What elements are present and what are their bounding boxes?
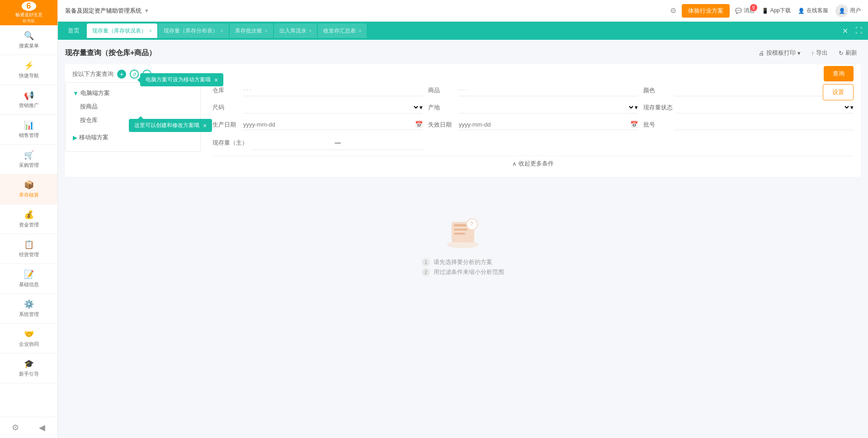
tab-flow[interactable]: 出入库流水 × — [274, 24, 317, 38]
tip-num-1: 1 — [422, 258, 430, 266]
sidebar-nav: 🔍 搜索菜单 ⚡ 快捷导航 📢 营销推广 📊 销售管理 🛒 采购管理 📦 库存核… — [0, 25, 57, 417]
system-name-dropdown-icon[interactable]: ▾ — [145, 7, 148, 14]
prod-date-input[interactable] — [243, 121, 413, 128]
search-button[interactable]: 查询 — [824, 66, 854, 81]
size-label: 尺码 — [212, 104, 240, 112]
stock-qty-separator: — — [335, 139, 340, 146]
expire-date-input[interactable] — [459, 121, 629, 128]
page-content: 现存量查询（按仓库+商品） 🖨 按模板打印 ▾ ↑ 导出 ↻ 刷新 — [58, 40, 868, 438]
stock-qty-max-input[interactable] — [344, 137, 424, 148]
tab-inventory-dist[interactable]: 现存量（库存分布表） × — [158, 24, 229, 38]
tab-summary-close[interactable]: × — [359, 28, 361, 33]
filter-row-4: 现存量（主） — — [212, 136, 854, 150]
page-actions: 🖨 按模板打印 ▾ ↑ 导出 ↻ 刷新 — [755, 47, 861, 59]
scheme-item-by-product-label: 按商品 — [80, 103, 98, 110]
scheme-desktop-header[interactable]: ▼ 电脑端方案 — [69, 86, 197, 100]
collapse-filter-button[interactable]: ∧ 收起更多条件 — [212, 155, 854, 171]
size-select[interactable] — [243, 104, 420, 111]
user-item[interactable]: 👤 用户 — [835, 5, 861, 17]
prod-date-input-wrapper[interactable]: 📅 — [243, 119, 423, 130]
expire-date-label: 失效日期 — [428, 121, 455, 129]
print-button[interactable]: 🖨 按模板打印 ▾ — [755, 47, 804, 59]
sidebar-logo: 6 畅通道好生意 标准版 — [0, 0, 57, 25]
sidebar-footer: ⚙ ◀ — [0, 417, 57, 438]
stock-status-dropdown-icon: ▾ — [850, 104, 854, 111]
sidebar-item-base[interactable]: 📝 基础信息 — [0, 264, 57, 294]
tab-flow-close[interactable]: × — [309, 28, 312, 33]
message-icon: 💬 — [735, 8, 742, 14]
prod-date-label: 生产日期 — [212, 121, 240, 129]
tab-batch[interactable]: 库存批次账 × — [230, 24, 273, 38]
expire-date-input-wrapper[interactable]: 📅 — [459, 119, 638, 130]
filter-add-button[interactable]: + — [117, 70, 126, 79]
svg-rect-4 — [454, 233, 465, 235]
sidebar-item-enterprise[interactable]: 🤝 企业协同 — [0, 324, 57, 353]
tab-flow-label: 出入库流水 — [279, 27, 307, 35]
sidebar-item-finance[interactable]: 💰 资金管理 — [0, 204, 57, 234]
batch-field: 批号 — [643, 119, 854, 130]
sidebar-item-sales[interactable]: 📊 销售管理 — [0, 115, 57, 145]
empty-illustration: ? — [440, 213, 486, 249]
sidebar-item-system[interactable]: ⚙️ 系统管理 — [0, 294, 57, 324]
sidebar: 6 畅通道好生意 标准版 🔍 搜索菜单 ⚡ 快捷导航 📢 营销推广 📊 销售管理… — [0, 0, 58, 438]
sidebar-item-inventory[interactable]: 📦 库存核算 — [0, 174, 57, 204]
filter-header: 按以下方案查询 + ↺ ← 电脑方案可设为移动方案哦 × 查询 设置 — [72, 70, 854, 79]
expire-date-calendar-icon[interactable]: 📅 — [630, 121, 638, 128]
app-download-item[interactable]: 📱 App下载 — [762, 7, 791, 14]
empty-tip-1: 1 请先选择要分析的方案 — [422, 258, 504, 266]
tab-home[interactable]: 首页 — [61, 24, 86, 38]
sidebar-collapse-button[interactable]: ◀ — [31, 421, 54, 434]
avatar-icon: 👤 — [839, 8, 845, 14]
export-button[interactable]: ↑ 导出 — [808, 47, 832, 59]
home-tab-label: 首页 — [68, 27, 80, 35]
sidebar-item-marketing[interactable]: 📢 营销推广 — [0, 85, 57, 115]
prod-date-calendar-icon[interactable]: 📅 — [415, 121, 423, 128]
sales-icon: 📊 — [24, 120, 34, 130]
reset-button[interactable]: 设置 — [823, 84, 854, 100]
tab-batch-close[interactable]: × — [265, 28, 268, 33]
refresh-button[interactable]: ↻ 刷新 — [835, 47, 861, 59]
close-all-tabs-button[interactable]: ✕ — [840, 25, 850, 37]
online-service-item[interactable]: 👤 在线客服 — [798, 7, 828, 14]
scheme-item-by-product[interactable]: 按商品 — [69, 100, 197, 113]
tabs-bar: 首页 现存量（库存状况表） × 现存量（库存分布表） × 库存批次账 × 出入库… — [58, 22, 868, 40]
origin-label: 产地 — [428, 104, 455, 112]
tooltip-1-close[interactable]: × — [214, 76, 218, 84]
sidebar-item-quick[interactable]: ⚡ 快捷导航 — [0, 55, 57, 85]
filter-panel: 按以下方案查询 + ↺ ← 电脑方案可设为移动方案哦 × 查询 设置 — [65, 64, 861, 177]
origin-select-wrapper[interactable]: ▾ — [459, 102, 638, 113]
page-title: 现存量查询（按仓库+商品） — [65, 48, 156, 58]
scheme-sidebar: 这里可以创建和修改方案哦 × ▼ 电脑端方案 按商品 按仓库 — [65, 82, 201, 152]
message-item[interactable]: 💬 消息 9 — [735, 7, 755, 14]
print-icon: 🖨 — [759, 50, 764, 57]
marketing-icon: 📢 — [24, 90, 34, 100]
scheme-desktop-label: 电脑端方案 — [80, 89, 110, 97]
tab-inventory-status-close[interactable]: × — [149, 28, 152, 33]
sidebar-item-search[interactable]: 🔍 搜索菜单 — [0, 25, 57, 55]
batch-input[interactable] — [674, 119, 854, 130]
stock-qty-min-input[interactable] — [251, 137, 331, 148]
product-field: 商品 ··· — [428, 84, 638, 96]
empty-state: ? 1 请先选择要分析的方案 2 用过滤条件来缩小分析范围 — [65, 177, 861, 314]
sidebar-item-business[interactable]: 📋 经营管理 — [0, 234, 57, 264]
size-select-wrapper[interactable]: ▾ — [243, 102, 423, 113]
industry-button[interactable]: 体验行业方案 — [682, 4, 730, 18]
scheme-mobile-header[interactable]: ▶ 移动端方案 — [69, 131, 197, 144]
warehouse-field: 仓库 ··· — [212, 84, 423, 96]
expire-date-field: 失效日期 📅 — [428, 119, 638, 130]
tab-inventory-dist-close[interactable]: × — [221, 28, 223, 33]
tab-inventory-status[interactable]: 现存量（库存状况表） × — [87, 24, 157, 38]
sidebar-settings-button[interactable]: ⚙ — [4, 421, 27, 434]
app-download-label: App下载 — [770, 7, 791, 14]
tab-summary[interactable]: 收发存汇总表 × — [318, 24, 367, 38]
stock-status-select-wrapper[interactable]: ▾ — [676, 102, 854, 113]
sidebar-item-guide[interactable]: 🎓 新手引导 — [0, 353, 57, 383]
finance-icon: 💰 — [24, 210, 34, 220]
tooltip-1-text: 电脑方案可设为移动方案哦 — [146, 76, 211, 84]
sidebar-item-purchase[interactable]: 🛒 采购管理 — [0, 145, 57, 174]
maximize-button[interactable]: ⛶ — [854, 25, 864, 37]
tooltip-2-close[interactable]: × — [203, 122, 207, 129]
origin-select[interactable] — [459, 104, 635, 111]
settings-button[interactable]: ⚙ — [670, 6, 676, 15]
stock-status-select[interactable] — [676, 104, 850, 111]
